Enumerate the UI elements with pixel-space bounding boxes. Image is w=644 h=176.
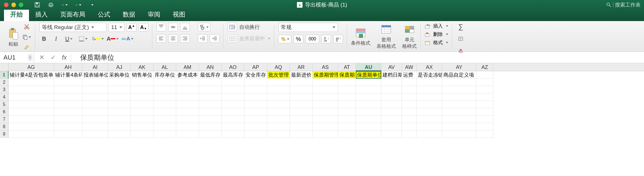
tab-审阅[interactable]: 审阅 bbox=[142, 9, 167, 21]
cell-AP4[interactable] bbox=[244, 93, 267, 101]
bold-button[interactable]: B bbox=[39, 35, 49, 43]
delete-cells-button[interactable]: 删除 bbox=[425, 31, 448, 38]
cell-AH3[interactable] bbox=[54, 86, 82, 93]
cell-AY3[interactable] bbox=[442, 86, 476, 93]
cell-AQ8[interactable] bbox=[267, 123, 290, 130]
tab-公式[interactable]: 公式 bbox=[92, 9, 117, 21]
cell-AK7[interactable] bbox=[131, 116, 153, 123]
insert-cells-button[interactable]: 插入 bbox=[425, 23, 448, 29]
row-header-3[interactable]: 3 bbox=[0, 86, 9, 93]
cell-AU8[interactable] bbox=[356, 123, 381, 130]
cell-AW7[interactable] bbox=[402, 116, 417, 123]
cell-AQ7[interactable] bbox=[267, 116, 290, 123]
cell-AM2[interactable] bbox=[176, 79, 199, 86]
italic-button[interactable]: I bbox=[51, 35, 61, 43]
col-header-AW[interactable]: AW bbox=[402, 63, 417, 71]
clear-button[interactable] bbox=[456, 47, 465, 55]
col-header-AH[interactable]: AH bbox=[54, 63, 82, 71]
row-header-1[interactable]: 1 bbox=[0, 71, 9, 79]
cell-AP3[interactable] bbox=[244, 86, 267, 93]
cell-AQ6[interactable] bbox=[267, 108, 290, 116]
name-box[interactable]: AU1 ▲▼ bbox=[0, 52, 34, 63]
cell-AQ1[interactable]: 批次管理 bbox=[267, 71, 290, 79]
col-header-AN[interactable]: AN bbox=[199, 63, 222, 71]
cell-AQ5[interactable] bbox=[267, 101, 290, 108]
col-header-AV[interactable]: AV bbox=[381, 63, 402, 71]
undo-icon[interactable] bbox=[61, 2, 68, 8]
cell-AV6[interactable] bbox=[381, 108, 402, 116]
cell-AK9[interactable] bbox=[131, 130, 153, 138]
cell-AX5[interactable] bbox=[417, 101, 442, 108]
cell-AS2[interactable] bbox=[313, 79, 338, 86]
format-as-table-button[interactable]: 套用 表格格式 bbox=[377, 23, 396, 50]
cell-AT8[interactable] bbox=[338, 123, 356, 130]
number-format-combo[interactable]: 常规 bbox=[278, 23, 338, 32]
cell-AJ8[interactable] bbox=[108, 123, 131, 130]
percent-button[interactable]: % bbox=[294, 35, 303, 43]
col-header-AR[interactable]: AR bbox=[290, 63, 313, 71]
cell-AS1[interactable]: 保质期管理 bbox=[313, 71, 338, 79]
cell-AZ1[interactable] bbox=[476, 71, 493, 79]
cell-AM3[interactable] bbox=[176, 86, 199, 93]
cell-AN9[interactable] bbox=[199, 130, 222, 138]
align-right-button[interactable] bbox=[180, 34, 190, 43]
cell-AU5[interactable] bbox=[356, 101, 381, 108]
cell-AK2[interactable] bbox=[131, 79, 153, 86]
cell-AG3[interactable] bbox=[9, 86, 54, 93]
cell-AZ8[interactable] bbox=[476, 123, 493, 130]
paste-button[interactable]: 粘贴 bbox=[7, 27, 20, 47]
cell-AR8[interactable] bbox=[290, 123, 313, 130]
cell-AR5[interactable] bbox=[290, 101, 313, 108]
autosum-button[interactable]: ∑ bbox=[456, 23, 465, 31]
redo-icon[interactable] bbox=[75, 2, 81, 8]
cell-AG9[interactable] bbox=[9, 130, 54, 138]
cell-AL5[interactable] bbox=[153, 101, 176, 108]
cell-AZ6[interactable] bbox=[476, 108, 493, 116]
cell-AL4[interactable] bbox=[153, 93, 176, 101]
cell-AJ4[interactable] bbox=[108, 93, 131, 101]
row-header-8[interactable]: 8 bbox=[0, 123, 9, 130]
merge-center-button[interactable]: 合并后居中 bbox=[227, 34, 270, 43]
cell-AO7[interactable] bbox=[222, 116, 244, 123]
cell-AM6[interactable] bbox=[176, 108, 199, 116]
col-header-AL[interactable]: AL bbox=[153, 63, 176, 71]
cell-AJ3[interactable] bbox=[108, 86, 131, 93]
cell-AJ7[interactable] bbox=[108, 116, 131, 123]
maximize-window-button[interactable] bbox=[19, 3, 23, 7]
col-header-AK[interactable]: AK bbox=[131, 63, 153, 71]
cell-AS5[interactable] bbox=[313, 101, 338, 108]
cell-AP1[interactable]: 安全库存 bbox=[244, 71, 267, 79]
fill-color-button[interactable] bbox=[92, 35, 104, 43]
border-button[interactable] bbox=[77, 35, 89, 43]
cell-AO3[interactable] bbox=[222, 86, 244, 93]
cell-AH7[interactable] bbox=[54, 116, 82, 123]
cell-AU4[interactable] bbox=[356, 93, 381, 101]
cell-AK6[interactable] bbox=[131, 108, 153, 116]
cell-AH8[interactable] bbox=[54, 123, 82, 130]
cell-AL1[interactable]: 库存单位 bbox=[153, 71, 176, 79]
font-size-combo[interactable]: 11 bbox=[109, 23, 124, 32]
cell-AG6[interactable] bbox=[9, 108, 54, 116]
save-icon[interactable] bbox=[34, 2, 40, 8]
cell-AK3[interactable] bbox=[131, 86, 153, 93]
currency-button[interactable] bbox=[278, 35, 291, 43]
cell-AZ4[interactable] bbox=[476, 93, 493, 101]
cell-AN6[interactable] bbox=[199, 108, 222, 116]
col-header-AQ[interactable]: AQ bbox=[267, 63, 290, 71]
col-header-AS[interactable]: AS bbox=[313, 63, 338, 71]
cell-AP5[interactable] bbox=[244, 101, 267, 108]
cell-AQ2[interactable] bbox=[267, 79, 290, 86]
cell-AW5[interactable] bbox=[402, 101, 417, 108]
cell-AK1[interactable]: 销售单位 bbox=[131, 71, 153, 79]
cell-AG5[interactable] bbox=[9, 101, 54, 108]
cell-AZ9[interactable] bbox=[476, 130, 493, 138]
cell-AP6[interactable] bbox=[244, 108, 267, 116]
align-left-button[interactable] bbox=[156, 34, 166, 43]
cell-AS6[interactable] bbox=[313, 108, 338, 116]
cell-AG2[interactable] bbox=[9, 79, 54, 86]
cell-AY1[interactable]: 商品自定义项 bbox=[442, 71, 476, 79]
cell-AH4[interactable] bbox=[54, 93, 82, 101]
cell-AL8[interactable] bbox=[153, 123, 176, 130]
cell-AW9[interactable] bbox=[402, 130, 417, 138]
cell-AR2[interactable] bbox=[290, 79, 313, 86]
